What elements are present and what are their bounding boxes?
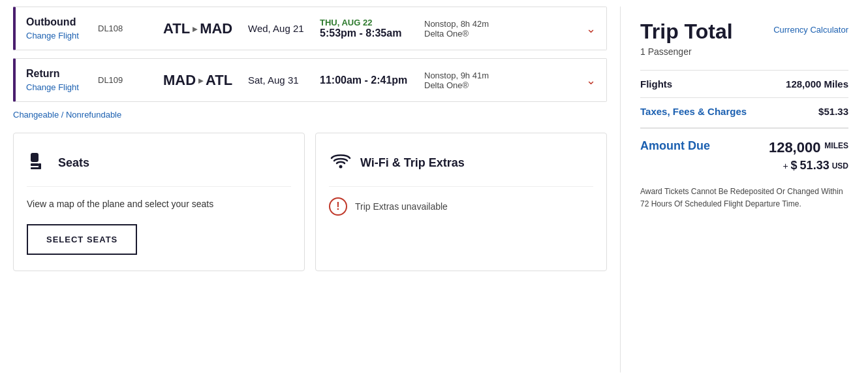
flights-value: 128,000 Miles (786, 78, 848, 90)
seats-description: View a map of the plane and select your … (27, 197, 291, 211)
plus-sign: + (783, 161, 788, 171)
return-date: Sat, Aug 31 (248, 74, 320, 86)
trip-extras-unavailable: ! Trip Extras unavailable (329, 197, 593, 216)
seats-card-header: Seats (27, 149, 291, 187)
trip-total-panel: Trip Total Currency Calculator 1 Passeng… (620, 7, 868, 372)
miles-amount-row: 128,000 MILES (769, 139, 848, 156)
return-cabin: Delta One® (424, 80, 580, 90)
wifi-card-header: Wi-Fi & Trip Extras (329, 149, 593, 187)
return-flight-row: Return Change Flight DL109 MAD ▸ ATL Sat… (13, 58, 607, 102)
trip-total-header: Trip Total Currency Calculator (640, 20, 848, 44)
changeable-note[interactable]: Changeable / Nonrefundable (13, 110, 607, 120)
outbound-route: ATL ▸ MAD (163, 20, 248, 37)
amount-due-value: 128,000 MILES + $ 51.33 USD (769, 139, 848, 173)
svg-point-4 (339, 165, 343, 169)
warning-icon: ! (329, 197, 347, 216)
return-origin: MAD (163, 72, 196, 89)
taxes-label: Taxes, Fees & Charges (640, 106, 747, 117)
outbound-label: Outbound (26, 16, 98, 28)
outbound-flight-row: Outbound Change Flight DL108 ATL ▸ MAD W… (13, 7, 607, 50)
usd-unit: USD (832, 161, 848, 171)
taxes-value: $51.33 (818, 106, 848, 117)
route-arrow-return: ▸ (198, 75, 203, 86)
amount-due-label: Amount Due (640, 139, 710, 153)
usd-amount: 51.33 (800, 159, 829, 173)
svg-rect-0 (31, 153, 39, 162)
outbound-cabin: Delta One® (424, 29, 580, 39)
outbound-arrival-date: THU, AUG 22 (320, 18, 424, 27)
usd-row: + $ 51.33 USD (769, 159, 848, 173)
seats-card: Seats View a map of the plane and select… (13, 133, 305, 271)
outbound-time: THU, AUG 22 5:53pm - 8:35am (320, 18, 424, 39)
return-route: MAD ▸ ATL (163, 72, 248, 89)
amount-due-row: Amount Due 128,000 MILES + $ 51.33 USD (640, 139, 848, 173)
outbound-date: Wed, Aug 21 (248, 23, 320, 34)
flights-line-item: Flights 128,000 Miles (640, 70, 848, 97)
taxes-line-item: Taxes, Fees & Charges $51.33 (640, 97, 848, 125)
outbound-nonstop: Nonstop, 8h 42m (424, 19, 580, 29)
select-seats-button[interactable]: SELECT SEATS (27, 224, 137, 255)
route-arrow: ▸ (193, 24, 197, 34)
return-nonstop: Nonstop, 9h 41m (424, 71, 580, 80)
miles-amount: 128,000 (769, 139, 821, 156)
outbound-time-range: 5:53pm - 8:35am (320, 27, 424, 39)
trip-extras-text: Trip Extras unavailable (355, 201, 448, 212)
seat-icon (27, 149, 50, 177)
usd-dollar-sign: $ (791, 159, 798, 173)
return-destination: ATL (206, 72, 232, 89)
wifi-icon (329, 149, 352, 177)
svg-rect-1 (31, 163, 39, 166)
outbound-change-flight[interactable]: Change Flight (26, 31, 98, 41)
return-change-flight[interactable]: Change Flight (26, 82, 98, 92)
passenger-info: 1 Passenger (640, 46, 848, 57)
outbound-flight-number: DL108 (98, 24, 163, 33)
currency-calculator-link[interactable]: Currency Calculator (773, 25, 848, 35)
seats-title: Seats (58, 156, 89, 170)
svg-rect-3 (31, 167, 41, 169)
return-time-range: 11:00am - 2:41pm (320, 74, 424, 86)
outbound-chevron-icon[interactable]: ⌄ (586, 22, 596, 36)
return-flight-info: Nonstop, 9h 41m Delta One® (424, 71, 580, 90)
amount-due-section: Amount Due 128,000 MILES + $ 51.33 USD (640, 127, 848, 173)
extras-cards: Seats View a map of the plane and select… (13, 133, 607, 271)
return-time: 11:00am - 2:41pm (320, 74, 424, 86)
wifi-card: Wi-Fi & Trip Extras ! Trip Extras unavai… (315, 133, 607, 271)
outbound-destination: MAD (200, 20, 232, 37)
outbound-flight-info: Nonstop, 8h 42m Delta One® (424, 19, 580, 39)
miles-unit: MILES (824, 141, 848, 150)
return-flight-number: DL109 (98, 75, 163, 85)
wifi-title: Wi-Fi & Trip Extras (360, 156, 465, 170)
trip-total-title: Trip Total (640, 20, 733, 44)
outbound-origin: ATL (163, 20, 190, 37)
return-chevron-icon[interactable]: ⌄ (586, 73, 596, 88)
flights-label: Flights (640, 78, 672, 90)
return-label: Return (26, 68, 98, 80)
award-notice: Award Tickets Cannot Be Redeposited Or C… (640, 186, 848, 210)
